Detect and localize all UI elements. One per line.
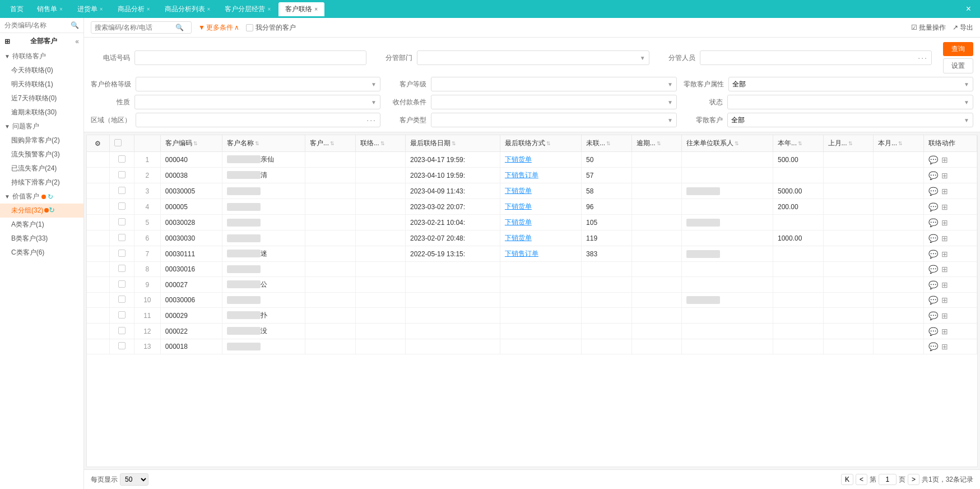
contact-sort[interactable]: 联络... <box>360 139 401 148</box>
sidebar-item[interactable]: 囤购异常客户(2) <box>0 133 83 147</box>
tab-close-icon[interactable]: × <box>314 6 318 12</box>
filter-search-icon[interactable]: 🔍 <box>175 24 184 31</box>
collapse-icon[interactable]: « <box>75 38 79 45</box>
close-window-icon[interactable]: × <box>962 4 976 14</box>
more-icon[interactable]: ⊞ <box>941 218 948 227</box>
more-icon[interactable]: ⊞ <box>941 296 948 305</box>
contact-column-header[interactable]: 联络... <box>355 135 406 152</box>
lastdate-column-header[interactable]: 最后联络日期 <box>406 135 500 152</box>
prev-page-btn[interactable]: < <box>856 474 867 485</box>
retail-select[interactable]: 全部▼ <box>727 113 973 127</box>
reset-button[interactable]: 设置 <box>943 58 973 73</box>
nav-home[interactable]: 首页 <box>4 2 29 16</box>
page-size-select[interactable]: 50 100 <box>120 473 148 486</box>
my-customers-checkbox[interactable] <box>246 24 253 31</box>
row-checkbox[interactable] <box>118 342 126 349</box>
chat-icon[interactable]: 💬 <box>928 218 938 227</box>
row-checkbox[interactable] <box>118 327 126 334</box>
row-checkbox[interactable] <box>118 311 126 319</box>
row-checkbox[interactable] <box>118 202 126 210</box>
tab-close-icon[interactable]: × <box>207 6 211 12</box>
select-all-checkbox[interactable] <box>114 139 122 146</box>
overdue-sort[interactable]: 逾期... <box>637 139 677 148</box>
nav-tab[interactable]: 客户联络× <box>278 2 324 16</box>
status-select[interactable]: ▼ <box>727 95 973 109</box>
thismonth-column-header[interactable]: 本月... <box>874 135 924 152</box>
tab-close-icon[interactable]: × <box>267 6 271 12</box>
more-conditions-btn[interactable]: ▼ 更多条件 ∧ <box>198 23 239 33</box>
last-method-link[interactable]: 下销货单 <box>505 187 532 195</box>
row-checkbox[interactable] <box>118 265 126 272</box>
contactperson-column-header[interactable]: 往来单位联系人 <box>682 135 773 152</box>
nav-tab[interactable]: 商品分析× <box>111 2 157 16</box>
chat-icon[interactable]: 💬 <box>928 327 938 336</box>
notcontacted-sort[interactable]: 未联... <box>586 139 627 148</box>
manager-input[interactable]: ··· <box>700 50 932 65</box>
refresh-icon[interactable]: ↻ <box>49 206 55 214</box>
row-checkbox[interactable] <box>118 296 126 303</box>
phone-input[interactable] <box>134 50 366 65</box>
more-icon[interactable]: ⊞ <box>941 265 948 274</box>
more-icon[interactable]: ⊞ <box>941 280 948 289</box>
search-button[interactable]: 查询 <box>943 42 973 56</box>
sidebar-item[interactable]: 今天待联络(0) <box>0 63 83 77</box>
dept-select[interactable]: ▼ <box>417 50 649 65</box>
payment-select[interactable]: ▼ <box>431 95 677 109</box>
chat-icon[interactable]: 💬 <box>928 171 938 180</box>
customer-level-select[interactable]: ▼ <box>431 77 677 91</box>
chat-icon[interactable]: 💬 <box>928 234 938 243</box>
chat-icon[interactable]: 💬 <box>928 296 938 305</box>
row-checkbox[interactable] <box>118 218 126 225</box>
sidebar-item[interactable]: C类客户(6) <box>0 246 83 260</box>
row-checkbox[interactable] <box>118 280 126 288</box>
lastmonth-sort[interactable]: 上月... <box>828 139 869 148</box>
last-method-link[interactable]: 下销售订单 <box>505 171 538 179</box>
contactperson-sort[interactable]: 往来单位联系人 <box>686 139 768 148</box>
lastdate-sort[interactable]: 最后联络日期 <box>410 139 495 148</box>
chat-icon[interactable]: 💬 <box>928 155 938 164</box>
last-method-link[interactable]: 下销货单 <box>505 155 532 163</box>
chat-icon[interactable]: 💬 <box>928 342 938 351</box>
sidebar-search-icon[interactable]: 🔍 <box>71 21 79 29</box>
price-level-select[interactable]: ▼ <box>136 77 380 91</box>
last-method-link[interactable]: 下销货单 <box>505 202 532 210</box>
value-customer-refresh[interactable]: ↻ <box>48 193 53 201</box>
thisyear-sort[interactable]: 本年... <box>778 139 819 148</box>
overdue-column-header[interactable]: 逾期... <box>631 135 682 152</box>
nav-tab[interactable]: 销售单× <box>30 2 69 16</box>
more-icon[interactable]: ⊞ <box>941 250 948 259</box>
nav-tab[interactable]: 客户分层经营× <box>218 2 277 16</box>
tab-close-icon[interactable]: × <box>100 6 103 12</box>
sidebar-item[interactable]: 流失预警客户(3) <box>0 147 83 162</box>
region-input[interactable]: ··· <box>136 113 380 127</box>
sidebar-item[interactable]: 近7天待联络(0) <box>0 91 83 105</box>
sidebar-group-title[interactable]: ▼待联络客户 <box>0 49 83 63</box>
customer-type-select[interactable]: ▼ <box>431 113 677 127</box>
sidebar-item[interactable]: 逾期未联络(30) <box>0 105 83 119</box>
thismonth-sort[interactable]: 本月... <box>878 139 919 148</box>
nature-select[interactable]: ▼ <box>134 95 380 109</box>
page-number-input[interactable] <box>879 474 897 485</box>
sidebar-search-input[interactable] <box>4 21 68 29</box>
more-icon[interactable]: ⊞ <box>941 311 948 320</box>
row-checkbox[interactable] <box>118 171 126 178</box>
sidebar-item[interactable]: A类客户(1) <box>0 218 83 232</box>
lastmethod-sort[interactable]: 最后联络方式 <box>505 139 577 148</box>
sidebar-group-title[interactable]: ▼问题客户 <box>0 119 83 133</box>
chat-icon[interactable]: 💬 <box>928 280 938 289</box>
thisyear-column-header[interactable]: 本年... <box>773 135 823 152</box>
lastmonth-column-header[interactable]: 上月... <box>823 135 874 152</box>
sidebar-item[interactable]: 明天待联络(1) <box>0 77 83 91</box>
more-icon[interactable]: ⊞ <box>941 187 948 196</box>
nav-tab[interactable]: 进货单× <box>71 2 110 16</box>
row-checkbox[interactable] <box>118 187 126 194</box>
retail-attr-select[interactable]: 全部▼ <box>728 77 973 91</box>
name-sort[interactable]: 客户名称 <box>227 139 300 148</box>
row-checkbox[interactable] <box>118 250 126 257</box>
last-method-link[interactable]: 下销货单 <box>505 218 532 226</box>
sidebar-item[interactable]: 已流失客户(24) <box>0 162 83 176</box>
next-page-btn[interactable]: > <box>908 474 919 485</box>
batch-ops-btn[interactable]: ☑ 批量操作 <box>911 23 946 33</box>
chat-icon[interactable]: 💬 <box>928 250 938 259</box>
more-icon[interactable]: ⊞ <box>941 342 948 351</box>
